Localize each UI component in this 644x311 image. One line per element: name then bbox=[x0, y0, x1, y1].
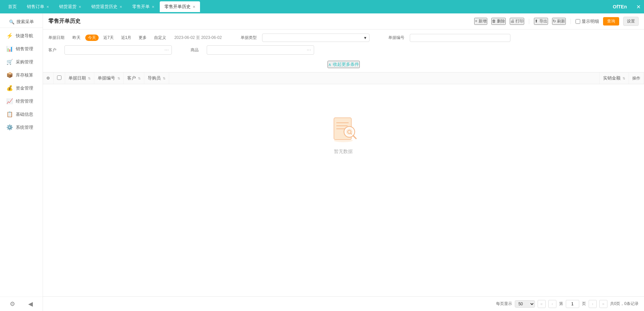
prev-page-btn[interactable]: ‹ bbox=[548, 300, 556, 308]
show-detail-text: 显示明细 bbox=[582, 18, 599, 24]
top-tab-bar: 首页销售订单✕销货退货✕销货退货历史✕零售开单✕零售开单历史✕ OfTEn ✕ bbox=[0, 0, 644, 13]
date-sort-icon: ⇅ bbox=[88, 76, 91, 80]
tab-close-retail-open[interactable]: ✕ bbox=[152, 5, 154, 9]
filter-area: 单据日期 昨天 今天 近7天 近1月 更多 自定义 2023-06-02 至 2… bbox=[43, 30, 644, 72]
sidebar-item-system[interactable]: ⚙️ 系统管理 bbox=[0, 121, 43, 134]
divider-1 bbox=[529, 19, 529, 24]
add-button[interactable]: + 新增 bbox=[474, 18, 487, 25]
sidebar-icon-quick-nav: ⚡ bbox=[6, 33, 13, 39]
col-number[interactable]: 单据编号 ⇅ bbox=[94, 72, 123, 84]
today-btn[interactable]: 今天 bbox=[85, 35, 99, 41]
settings-button[interactable]: 设置 bbox=[623, 17, 639, 26]
col-amount-label: 实销金额 bbox=[603, 75, 621, 81]
table-header-row: ⚙ 单据日期 ⇅ 单据编号 ⇅ 客户 ⇅ bbox=[43, 72, 644, 84]
number-sort-icon: ⇅ bbox=[117, 76, 120, 80]
refresh-button[interactable]: ↻ 刷新 bbox=[552, 18, 566, 25]
next-page-btn[interactable]: › bbox=[589, 300, 597, 308]
tab-sales-return-history[interactable]: 销货退货历史✕ bbox=[87, 1, 127, 12]
sidebar-item-basic-info[interactable]: 📋 基础信息 bbox=[0, 108, 43, 121]
sidebar-icon-basic-info: 📋 bbox=[6, 111, 13, 117]
divider-2 bbox=[571, 19, 571, 24]
tab-sales-order[interactable]: 销售订单✕ bbox=[22, 1, 54, 12]
type-select[interactable]: ▾ bbox=[262, 34, 369, 42]
sidebar-item-operations[interactable]: 📈 经营管理 bbox=[0, 95, 43, 108]
customer-dots[interactable]: ··· bbox=[164, 47, 169, 53]
tab-retail-history[interactable]: 零售开单历史✕ bbox=[160, 1, 200, 12]
col-spacer bbox=[169, 72, 599, 84]
page-suffix: 页 bbox=[582, 301, 586, 307]
tab-retail-open[interactable]: 零售开单✕ bbox=[128, 1, 159, 12]
sidebar-item-finance[interactable]: 💰 资金管理 bbox=[0, 82, 43, 95]
window-controls: OfTEn ✕ bbox=[613, 4, 641, 10]
page-number-input[interactable] bbox=[566, 300, 579, 308]
more-btn[interactable]: 更多 bbox=[136, 34, 149, 41]
customer-select[interactable]: ··· bbox=[64, 45, 172, 55]
custom-btn[interactable]: 自定义 bbox=[151, 34, 169, 41]
table-area: ⚙ 单据日期 ⇅ 单据编号 ⇅ 客户 ⇅ bbox=[43, 72, 644, 296]
col-customer[interactable]: 客户 ⇅ bbox=[123, 72, 144, 84]
goods-select[interactable]: ··· bbox=[207, 45, 314, 55]
empty-text: 暂无数据 bbox=[334, 149, 353, 155]
empty-cell: 暂无数据 bbox=[43, 84, 644, 182]
tab-label-sales-return: 销货退货 bbox=[59, 4, 77, 10]
sidebar-collapse-icon[interactable]: ◀ bbox=[28, 300, 33, 308]
salesperson-sort-icon: ⇅ bbox=[163, 76, 165, 80]
col-salesperson[interactable]: 导购员 ⇅ bbox=[144, 72, 169, 84]
type-label: 单据类型 bbox=[241, 35, 257, 41]
col-date[interactable]: 单据日期 ⇅ bbox=[65, 72, 94, 84]
number-input[interactable] bbox=[410, 34, 510, 42]
first-page-btn[interactable]: « bbox=[538, 300, 546, 308]
last7-btn[interactable]: 近7天 bbox=[101, 34, 116, 41]
print-button[interactable]: 🖨 打印 bbox=[510, 18, 524, 25]
sidebar-search[interactable]: 🔍 搜索采单 bbox=[0, 16, 43, 28]
goods-label: 商品 bbox=[191, 47, 199, 53]
total-info: 共0页，0条记录 bbox=[610, 301, 639, 307]
per-page-select[interactable]: 50 10 20 100 bbox=[515, 300, 535, 308]
tab-close-sales-return[interactable]: ✕ bbox=[79, 5, 81, 9]
sidebar-item-quick-nav[interactable]: ⚡ 快捷导航 bbox=[0, 29, 43, 42]
tab-sales-return[interactable]: 销货退货✕ bbox=[54, 1, 86, 12]
sidebar-item-sales-mgmt[interactable]: 📊 销售管理 bbox=[0, 42, 43, 55]
tab-close-sales-order[interactable]: ✕ bbox=[46, 5, 49, 9]
show-detail-checkbox[interactable] bbox=[576, 19, 580, 24]
sidebar-item-inventory[interactable]: 📦 库存核算 bbox=[0, 68, 43, 82]
win-close-btn[interactable]: ✕ bbox=[636, 4, 641, 10]
sidebar-icon-system: ⚙️ bbox=[6, 124, 13, 131]
date-buttons: 昨天 今天 近7天 近1月 更多 自定义 bbox=[70, 34, 169, 41]
content-area: 零售开单历史 + 新增 🗑 删除 🖨 打印 ⬆ 导出 ↻ 刷新 显示明细 查询 … bbox=[43, 13, 644, 311]
export-button[interactable]: ⬆ 导出 bbox=[534, 18, 548, 25]
goods-dots[interactable]: ··· bbox=[307, 47, 311, 53]
sidebar-bottom: ⚙ ◀ bbox=[0, 297, 43, 311]
collapse-row: ∧ 收起更多条件 bbox=[48, 58, 639, 69]
sidebar-label-inventory: 库存核算 bbox=[16, 72, 33, 78]
tab-close-sales-return-history[interactable]: ✕ bbox=[119, 5, 122, 9]
yesterday-btn[interactable]: 昨天 bbox=[70, 34, 83, 41]
empty-row: 暂无数据 bbox=[43, 84, 644, 182]
sidebar-icon-sales-mgmt: 📊 bbox=[6, 46, 13, 52]
sidebar-settings-icon[interactable]: ⚙ bbox=[10, 300, 15, 308]
tab-home[interactable]: 首页 bbox=[3, 1, 21, 12]
svg-line-8 bbox=[353, 136, 356, 139]
last-page-btn[interactable]: » bbox=[599, 300, 607, 308]
col-amount[interactable]: 实销金额 ⇅ bbox=[599, 72, 629, 84]
per-page-label: 每页显示 bbox=[496, 301, 512, 307]
col-number-label: 单据编号 bbox=[98, 75, 115, 81]
select-all-checkbox[interactable] bbox=[57, 75, 61, 80]
search-icon: 🔍 bbox=[9, 19, 14, 24]
empty-svg bbox=[327, 111, 360, 145]
sidebar-label-system: 系统管理 bbox=[16, 124, 33, 131]
data-table: ⚙ 单据日期 ⇅ 单据编号 ⇅ 客户 ⇅ bbox=[43, 72, 644, 182]
tab-close-retail-history[interactable]: ✕ bbox=[193, 5, 195, 9]
customer-label: 客户 bbox=[48, 47, 56, 53]
collapse-button[interactable]: ∧ 收起更多条件 bbox=[328, 61, 360, 68]
col-checkbox[interactable] bbox=[54, 72, 65, 84]
show-detail-label: 显示明细 bbox=[576, 18, 599, 24]
query-button[interactable]: 查询 bbox=[603, 17, 619, 25]
sidebar-label-sales-mgmt: 销售管理 bbox=[16, 46, 33, 52]
empty-state: 暂无数据 bbox=[43, 84, 644, 182]
col-settings[interactable]: ⚙ bbox=[43, 72, 54, 84]
sidebar-item-purchase-mgmt[interactable]: 🛒 采购管理 bbox=[0, 55, 43, 68]
last-month-btn[interactable]: 近1月 bbox=[118, 34, 134, 41]
page-label: 第 bbox=[559, 301, 563, 307]
delete-button[interactable]: 🗑 删除 bbox=[491, 18, 506, 25]
